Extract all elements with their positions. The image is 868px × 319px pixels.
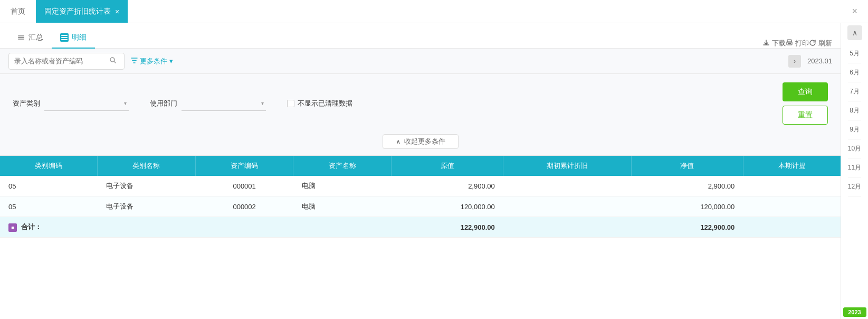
print-button[interactable]: 打印 (786, 39, 809, 48)
department-select[interactable]: ▾ (182, 96, 266, 111)
more-conditions-label: 更多条件 (140, 57, 167, 66)
print-icon (786, 39, 793, 48)
collapse-search-button[interactable]: › (788, 55, 801, 68)
table-row: 05 电子设备 000001 电脑 2,900.00 2,900.00 (0, 176, 841, 196)
th-category-name: 类别名称 (98, 156, 196, 176)
download-label: 下载 (772, 39, 786, 48)
month-item-12月[interactable]: 12月 (848, 177, 861, 196)
cell-original-value: 2,900.00 (392, 176, 503, 196)
query-button[interactable]: 查询 (783, 82, 828, 101)
active-tab-label: 固定资产折旧统计表 (44, 7, 111, 16)
right-panel: ∧ 5月6月7月8月9月10月11月12月 2023 (841, 23, 868, 319)
table-header-row: 类别编码 类别名称 资产编码 资产名称 原值 期初累计折旧 净值 本期计提 (0, 156, 841, 176)
total-label-cell: ■ 合计： (0, 217, 392, 238)
search-input[interactable] (14, 57, 109, 65)
reset-button[interactable]: 重置 (783, 106, 828, 125)
cell-net-value: 2,900.00 (631, 176, 743, 196)
cell-accumulated-depreciation (503, 196, 632, 217)
hide-cleared-filter: 不显示已清理数据 (287, 99, 352, 108)
close-tab-button[interactable]: × (115, 7, 119, 16)
filter-row: 资产类别 ▾ 使用部门 ▾ 不显示已清理数据 (13, 82, 828, 125)
search-input-wrap (8, 53, 125, 70)
svg-point-9 (110, 58, 115, 62)
active-tab[interactable]: 固定资产折旧统计表 × (36, 0, 128, 23)
hide-cleared-label: 不显示已清理数据 (298, 99, 352, 108)
chevron-down-icon: ▾ (169, 57, 173, 65)
asset-category-label: 资产类别 (13, 99, 40, 108)
cell-category-code: 05 (0, 196, 98, 217)
svg-rect-4 (61, 37, 68, 38)
year-badge[interactable]: 2023 (843, 307, 866, 317)
list-icon (60, 33, 69, 42)
month-item-6月[interactable]: 6月 (848, 63, 861, 82)
collapse-label: 收起更多条件 (404, 137, 445, 146)
chevron-right-icon: › (794, 58, 796, 65)
refresh-label: 刷新 (818, 39, 832, 48)
window-close-button[interactable]: × (841, 6, 868, 17)
department-filter: 使用部门 ▾ (150, 96, 266, 111)
total-accumulated-depreciation (503, 217, 632, 238)
cell-net-value: 120,000.00 (631, 196, 743, 217)
svg-rect-1 (18, 37, 24, 38)
th-asset-code: 资产编码 (195, 156, 293, 176)
print-label: 打印 (795, 39, 809, 48)
th-category-code: 类别编码 (0, 156, 98, 176)
svg-rect-0 (18, 39, 24, 40)
month-item-8月[interactable]: 8月 (848, 101, 861, 120)
download-button[interactable]: 下载 (762, 39, 786, 48)
th-accumulated-depreciation: 期初累计折旧 (503, 156, 632, 176)
table-wrap: 类别编码 类别名称 资产编码 资产名称 原值 期初累计折旧 净值 本期计提 05… (0, 156, 841, 319)
th-original-value: 原值 (392, 156, 503, 176)
svg-rect-2 (18, 35, 24, 36)
search-bar: 更多条件 ▾ › 2023.01 (0, 49, 841, 74)
more-conditions-button[interactable]: 更多条件 ▾ (131, 57, 173, 66)
top-nav: 首页 固定资产折旧统计表 × × (0, 0, 868, 23)
asset-category-filter: 资产类别 ▾ (13, 96, 129, 111)
home-tab[interactable]: 首页 (0, 0, 36, 23)
date-label: 2023.01 (807, 57, 832, 65)
data-table: 类别编码 类别名称 资产编码 资产名称 原值 期初累计折旧 净值 本期计提 05… (0, 156, 841, 238)
main-content: 汇总 明细 下载 (0, 23, 868, 319)
hide-cleared-checkbox[interactable] (287, 100, 294, 107)
asset-category-arrow-icon: ▾ (124, 100, 127, 106)
tab-summary-label: 汇总 (28, 33, 43, 42)
tab-summary[interactable]: 汇总 (8, 29, 52, 49)
tab-bar: 汇总 明细 下载 (0, 23, 841, 49)
tab-detail[interactable]: 明细 (52, 29, 95, 49)
cell-asset-name: 电脑 (293, 176, 392, 196)
search-icon[interactable] (109, 57, 117, 65)
table-row: 05 电子设备 000002 电脑 120,000.00 120,000.00 (0, 196, 841, 217)
svg-rect-8 (788, 43, 791, 44)
left-panel: 汇总 明细 下载 (0, 23, 841, 319)
refresh-button[interactable]: 刷新 (809, 39, 832, 48)
th-net-value: 净值 (631, 156, 743, 176)
collapse-bar: ∧ 收起更多条件 (13, 131, 828, 151)
month-item-7月[interactable]: 7月 (848, 82, 861, 101)
svg-rect-3 (61, 35, 68, 36)
tab-detail-label: 明细 (72, 33, 87, 42)
th-asset-name: 资产名称 (293, 156, 392, 176)
chevron-up-icon: ∧ (396, 138, 401, 146)
svg-rect-5 (61, 39, 68, 40)
total-icon: ■ (8, 223, 17, 232)
th-current-depreciation: 本期计提 (743, 156, 841, 176)
asset-category-select[interactable]: ▾ (44, 96, 129, 111)
cell-accumulated-depreciation (503, 176, 632, 196)
cell-category-name: 电子设备 (98, 176, 196, 196)
cell-asset-code: 000001 (195, 176, 293, 196)
month-item-10月[interactable]: 10月 (848, 139, 861, 158)
month-item-9月[interactable]: 9月 (848, 120, 861, 139)
cell-category-name: 电子设备 (98, 196, 196, 217)
filter-panel: 资产类别 ▾ 使用部门 ▾ 不显示已清理数据 (0, 74, 841, 156)
cell-current-depreciation (743, 176, 841, 196)
department-label: 使用部门 (150, 99, 177, 108)
table-total-row: ■ 合计： 122,900.00 122,900.00 (0, 217, 841, 238)
cell-asset-name: 电脑 (293, 196, 392, 217)
scroll-up-button[interactable]: ∧ (847, 25, 862, 40)
cell-category-code: 05 (0, 176, 98, 196)
total-current-depreciation (743, 217, 841, 238)
collapse-conditions-button[interactable]: ∧ 收起更多条件 (383, 134, 459, 149)
refresh-icon (809, 39, 816, 48)
month-item-11月[interactable]: 11月 (848, 158, 861, 177)
month-item-5月[interactable]: 5月 (848, 44, 861, 63)
